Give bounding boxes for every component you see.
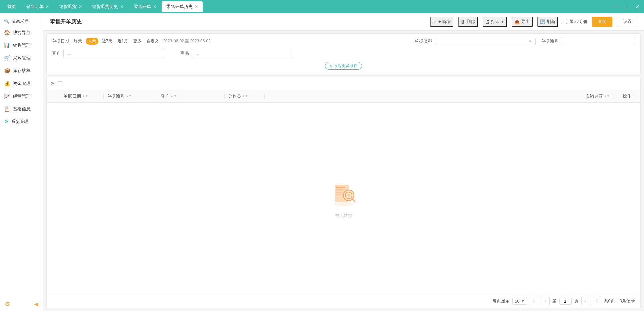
date-today[interactable]: 今天 [86, 38, 98, 45]
empty-state: 暂无数据 [47, 103, 640, 294]
tab-close-sales-return-history[interactable]: ✕ [120, 4, 123, 9]
empty-illustration [329, 178, 359, 208]
svg-rect-5 [336, 194, 343, 195]
th-guide[interactable]: 导购员 ▲▼ [225, 93, 265, 99]
sidebar: 🔍 搜索采单 🏠 快捷导航 📊 销售管理 🛒 采购管理 📦 库存核算 💰 资金管… [0, 13, 43, 311]
basic-info-icon: 📋 [4, 106, 10, 112]
tab-close-sales-return[interactable]: ✕ [79, 4, 82, 9]
pagination-total: 共0页，0条记录 [604, 298, 635, 304]
tab-close-sales-order[interactable]: ✕ [46, 4, 49, 9]
tab-retail-open[interactable]: 零售开单 ✕ [129, 1, 161, 12]
sort-icon-num: ▲▼ [126, 95, 132, 98]
query-button[interactable]: 查询 [592, 17, 612, 27]
sidebar-item-quick-nav[interactable]: 🏠 快捷导航 [0, 26, 43, 39]
refresh-button[interactable]: 🔄 刷新 [537, 17, 558, 27]
date-yesterday[interactable]: 昨天 [72, 38, 84, 45]
tab-home[interactable]: 首页 [3, 1, 21, 12]
client-label: 客户 [52, 50, 61, 56]
delete-icon: 🗑 [461, 19, 465, 24]
svg-rect-2 [336, 187, 345, 188]
client-select[interactable]: ... [63, 49, 164, 58]
chevron-up-icon: ∧ [329, 64, 332, 68]
date-last7[interactable]: 近7天 [100, 38, 114, 45]
minimize-btn[interactable]: — [611, 3, 620, 11]
delete-button[interactable]: 🗑 删除 [458, 17, 478, 27]
th-amount[interactable]: 实销金额 ▲▼ [573, 93, 613, 99]
empty-text: 暂无数据 [335, 213, 352, 219]
page-label: 页 [574, 298, 579, 304]
th-num[interactable]: 单据编号 ▲▼ [104, 93, 157, 99]
collapse-sidebar-btn[interactable]: ◀ [34, 301, 38, 307]
system-icon: ⚙ [4, 119, 8, 125]
chevron-down-icon: ▼ [528, 39, 532, 43]
settings-icon[interactable]: ⚙ [5, 300, 10, 308]
sidebar-bottom: ⚙ ◀ [0, 297, 43, 311]
close-btn[interactable]: ✕ [633, 3, 641, 11]
sidebar-item-sales-mgmt[interactable]: 📊 销售管理 [0, 39, 43, 52]
print-button[interactable]: 🖨 打印 ▼ [483, 17, 507, 27]
filter-area: 单据日期 昨天 今天 近7天 近1月 更多 自定义 2023-06-02 至 2… [46, 33, 641, 74]
sort-icon-date: ▲▼ [82, 95, 88, 98]
svg-line-8 [352, 199, 355, 201]
page-title: 零售开单历史 [50, 18, 82, 25]
inventory-icon: 📦 [4, 68, 10, 74]
page-num-input[interactable] [559, 298, 572, 305]
select-all-checkbox[interactable] [58, 81, 62, 86]
goods-filter-group: 商品 ... [180, 49, 292, 58]
sidebar-item-inventory[interactable]: 📦 库存核算 [0, 64, 43, 77]
collapse-btn[interactable]: ∧ 收起更多条件 [325, 62, 362, 70]
display-detail-input[interactable] [563, 20, 567, 24]
goods-label: 商品 [180, 50, 189, 56]
operations-icon: 📈 [4, 93, 10, 99]
date-shortcuts: 昨天 今天 近7天 近1月 更多 自定义 [72, 38, 160, 45]
tab-close-retail-open[interactable]: ✕ [153, 4, 156, 9]
date-last1m[interactable]: 近1月 [116, 38, 130, 45]
date-range-text: 2023-06-02 至 2023-06-02 [163, 38, 210, 44]
content-area: 零售开单历史 ＋ + 新增 🗑 删除 🖨 打印 ▼ 📤 导出 [43, 13, 644, 311]
doc-type-label: 单据类型 [415, 38, 432, 44]
page-next-btn[interactable]: ＞ [581, 297, 590, 305]
sidebar-item-operations[interactable]: 📈 经营管理 [0, 90, 43, 103]
sidebar-item-purchase-mgmt[interactable]: 🛒 采购管理 [0, 52, 43, 64]
tab-close-retail-open-history[interactable]: ✕ [195, 4, 198, 9]
export-button[interactable]: 📤 导出 [512, 17, 533, 27]
client-filter-group: 客户 ... [52, 49, 164, 58]
tab-retail-open-history[interactable]: 零售开单历史 ✕ [162, 1, 203, 12]
page-last-btn[interactable]: ⟩⟩ [593, 297, 601, 305]
tab-sales-order[interactable]: 销售订单 ✕ [21, 1, 54, 12]
date-more[interactable]: 更多 [132, 38, 143, 45]
sidebar-search[interactable]: 🔍 搜索采单 [0, 16, 43, 26]
collapse-row: ∧ 收起更多条件 [52, 61, 635, 72]
page-first-btn[interactable]: ⟨⟨ [530, 297, 538, 305]
settings-button[interactable]: 设置 [617, 17, 637, 27]
th-client[interactable]: 客户 ▲▼ [157, 93, 225, 99]
tab-sales-return[interactable]: 销货退货 ✕ [54, 1, 87, 12]
filter-row-1: 单据日期 昨天 今天 近7天 近1月 更多 自定义 2023-06-02 至 2… [52, 37, 635, 45]
svg-point-9 [347, 194, 350, 197]
th-date[interactable]: 单据日期 ▲▼ [60, 93, 104, 99]
goods-select[interactable]: ... [192, 49, 292, 58]
date-custom[interactable]: 自定义 [145, 38, 160, 45]
search-icon: 🔍 [4, 19, 9, 24]
sort-icon-amount: ▲▼ [604, 95, 610, 98]
page-prev-btn[interactable]: ＜ [541, 297, 550, 305]
svg-point-0 [334, 202, 353, 206]
sidebar-item-system[interactable]: ⚙ 系统管理 [0, 115, 43, 128]
tab-sales-return-history[interactable]: 销货退货历史 ✕ [87, 1, 128, 12]
pagination-bar: 每页显示 50 ▼ ⟨⟨ ＜ 第 页 ＞ ⟩⟩ 共0页，0条记录 [47, 294, 640, 308]
sidebar-item-finance[interactable]: 💰 资金管理 [0, 77, 43, 90]
doc-num-input[interactable] [561, 37, 635, 45]
th-action: 操作 [613, 93, 640, 99]
print-dropdown-icon: ▼ [501, 20, 504, 24]
display-detail-checkbox[interactable]: 显示明细 [563, 19, 587, 25]
restore-btn[interactable]: □ [623, 3, 630, 11]
home-icon: 🏠 [4, 30, 10, 36]
sales-icon: 📊 [4, 42, 10, 48]
sidebar-item-basic-info[interactable]: 📋 基础信息 [0, 103, 43, 115]
doc-type-select[interactable]: ▼ [435, 38, 536, 45]
add-button[interactable]: ＋ + 新增 [430, 17, 453, 27]
date-filter-group: 单据日期 昨天 今天 近7天 近1月 更多 自定义 2023-06-02 至 2… [52, 38, 211, 45]
add-icon: ＋ [433, 19, 437, 25]
page-size-select[interactable]: 50 ▼ [512, 298, 527, 305]
table-settings-icon[interactable]: ⚙ [50, 81, 54, 87]
